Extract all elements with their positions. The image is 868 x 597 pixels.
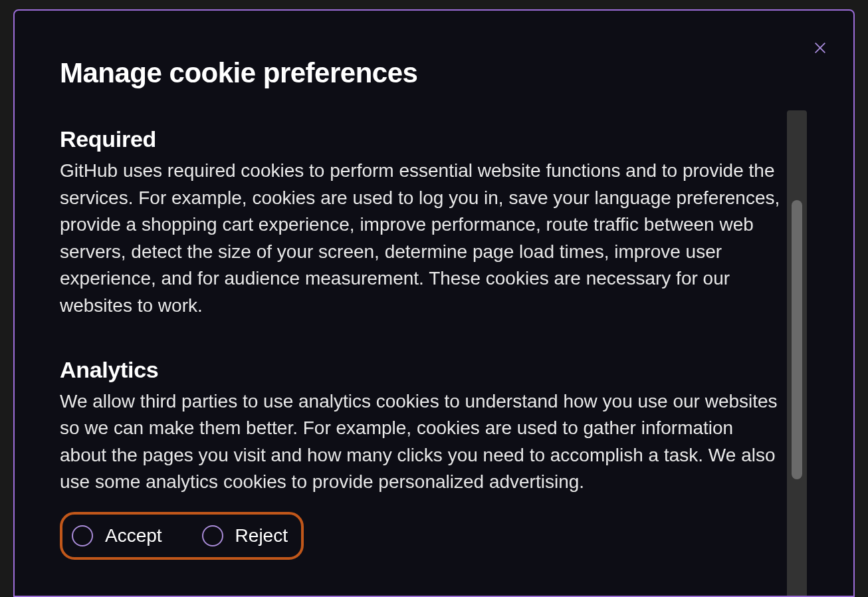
scroll-area: Required GitHub uses required cookies to…: [60, 126, 808, 558]
close-icon: [813, 41, 827, 55]
dialog-content: Manage cookie preferences Required GitHu…: [15, 11, 853, 596]
section-analytics: Analytics We allow third parties to use …: [60, 357, 782, 560]
radio-icon: [72, 525, 93, 546]
section-heading: Analytics: [60, 357, 782, 383]
analytics-accept-option[interactable]: Accept: [72, 525, 162, 546]
section-heading: Required: [60, 126, 782, 152]
analytics-reject-option[interactable]: Reject: [202, 525, 288, 546]
sections-container: Required GitHub uses required cookies to…: [60, 126, 808, 560]
scrollbar-track[interactable]: [787, 110, 807, 597]
section-required: Required GitHub uses required cookies to…: [60, 126, 782, 320]
close-button[interactable]: [811, 39, 829, 57]
scrollbar-thumb[interactable]: [792, 200, 802, 479]
analytics-radio-group: Accept Reject: [60, 512, 304, 560]
radio-label: Accept: [105, 525, 162, 546]
section-body: GitHub uses required cookies to perform …: [60, 158, 782, 320]
radio-label: Reject: [235, 525, 288, 546]
dialog-title: Manage cookie preferences: [60, 57, 808, 89]
section-body: We allow third parties to use analytics …: [60, 388, 782, 496]
cookie-preferences-dialog: Manage cookie preferences Required GitHu…: [13, 9, 855, 597]
radio-icon: [202, 525, 223, 546]
